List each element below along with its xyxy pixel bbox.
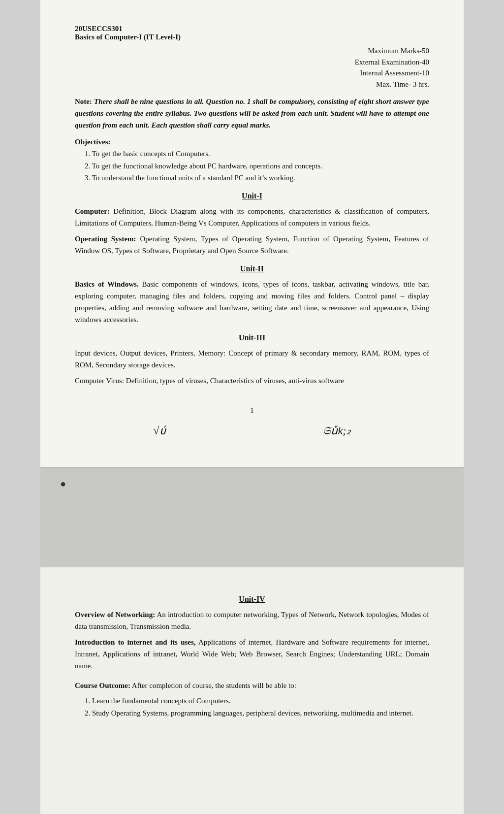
- list-item: 2. To get the functional knowledge about…: [85, 161, 429, 172]
- course-title: Basics of Computer-I (IT Level-I): [75, 33, 429, 41]
- course-outcome-label: Course Outcome:: [75, 682, 130, 689]
- course-code: 20USECCS301: [75, 25, 429, 33]
- networking-label: Overview of Networking:: [75, 611, 155, 619]
- maximum-marks: Maximum Marks-50: [75, 45, 429, 57]
- unit2-heading: Unit-II: [75, 264, 429, 273]
- note-label: Note:: [75, 98, 92, 105]
- unit3-heading: Unit-III: [75, 333, 429, 342]
- list-item: 2. Study Operating Systems, programming …: [85, 708, 429, 719]
- internal-assessment: Internal Assessment-10: [75, 67, 429, 79]
- objectives-list: 1. To get the basic concepts of Computer…: [75, 148, 429, 184]
- os-label: Operating System:: [75, 235, 136, 243]
- course-header: 20USECCS301 Basics of Computer-I (IT Lev…: [75, 25, 429, 41]
- unit4-networking: Overview of Networking: An introduction …: [75, 609, 429, 632]
- objectives-section: Objectives: 1. To get the basic concepts…: [75, 138, 429, 184]
- signature-1: √ᴜ́: [153, 424, 165, 437]
- signature-2: 𝔖ǔk;₂: [322, 424, 350, 437]
- unit2-basics: Basics of Windows. Basic components of w…: [75, 278, 429, 326]
- course-outcome-text: After completion of course, the students…: [132, 682, 296, 689]
- internet-label: Introduction to internet and its uses,: [75, 638, 196, 646]
- unit4-internet: Introduction to internet and its uses, A…: [75, 636, 429, 672]
- list-item: 1. To get the basic concepts of Computer…: [85, 148, 429, 160]
- gap-mark: ●: [60, 478, 66, 489]
- unit4-heading: Unit-IV: [75, 595, 429, 604]
- course-outcome-list: 1. Learn the fundamental concepts of Com…: [75, 695, 429, 718]
- computer-text: Definition, Block Diagram along with its…: [75, 207, 429, 227]
- page-1: 20USECCS301 Basics of Computer-I (IT Lev…: [40, 0, 464, 468]
- note-text: There shall be nine questions in all. Qu…: [75, 98, 429, 129]
- list-item: 3. To understand the functional units of…: [85, 172, 429, 184]
- external-exam: External Examination-40: [75, 57, 429, 68]
- note-section: Note: There shall be nine questions in a…: [75, 96, 429, 131]
- marks-section: Maximum Marks-50 External Examination-40…: [75, 45, 429, 90]
- list-item: 1. Learn the fundamental concepts of Com…: [85, 695, 429, 707]
- course-outcome-section: Course Outcome: After completion of cour…: [75, 680, 429, 718]
- unit3-text1: Input devices, Output devices, Printers,…: [75, 347, 429, 371]
- basics-label: Basics of Windows.: [75, 280, 139, 288]
- gap-page: ●: [40, 468, 464, 567]
- objectives-title: Objectives:: [75, 138, 429, 146]
- max-time: Max. Time- 3 hrs.: [75, 79, 429, 90]
- unit1-heading: Unit-I: [75, 192, 429, 200]
- signatures: √ᴜ́ 𝔖ǔk;₂: [75, 424, 429, 437]
- computer-label: Computer:: [75, 207, 110, 215]
- unit1-os: Operating System: Operating System, Type…: [75, 233, 429, 257]
- page-2: Unit-IV Overview of Networking: An intro…: [40, 567, 464, 814]
- page-number: 1: [75, 406, 429, 415]
- unit3-text2: Computer Virus: Definition, types of vir…: [75, 375, 429, 387]
- course-outcome-intro: Course Outcome: After completion of cour…: [75, 680, 429, 691]
- unit1-computer: Computer: Definition, Block Diagram alon…: [75, 205, 429, 229]
